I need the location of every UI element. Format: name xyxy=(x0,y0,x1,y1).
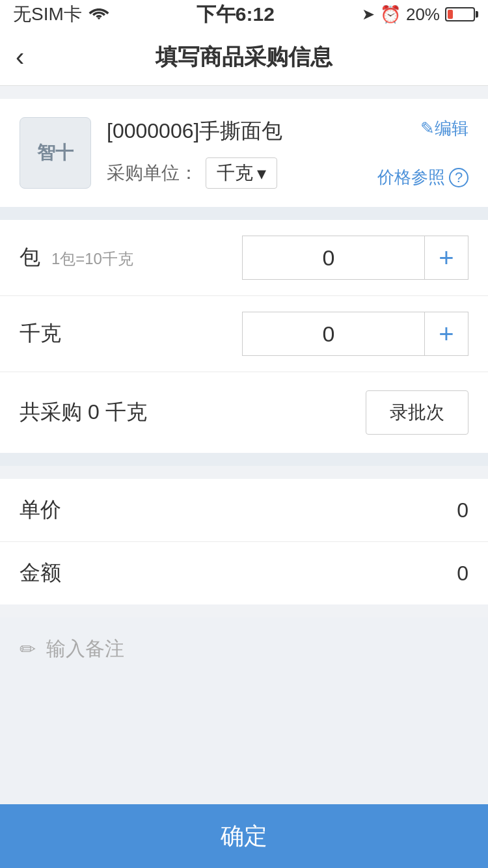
edit-button[interactable]: ✎编辑 xyxy=(420,117,468,140)
section-divider-2 xyxy=(0,453,488,466)
amount-label: 金额 xyxy=(20,559,61,588)
unit-price-row: 单价 0 xyxy=(0,479,488,542)
battery-percent: 20% xyxy=(406,5,440,25)
batch-button[interactable]: 录批次 xyxy=(366,390,468,435)
content-spacer xyxy=(0,681,488,811)
total-label: 共采购 0 千克 xyxy=(20,398,147,427)
status-right: ➤ ⏰ 20% xyxy=(362,5,475,25)
carrier-label: 无SIM卡 xyxy=(13,2,82,27)
kg-input[interactable] xyxy=(242,312,424,356)
kg-input-right: + xyxy=(242,312,468,356)
remark-placeholder: 输入备注 xyxy=(46,636,124,662)
price-ref-button[interactable]: 价格参照 ? xyxy=(377,166,468,189)
unit-prefix-label: 采购单位： xyxy=(107,161,198,185)
amount-value: 0 xyxy=(457,562,468,586)
bao-input-right: + xyxy=(242,236,468,280)
unit-select[interactable]: 千克 ▾ xyxy=(206,157,277,189)
product-name: [0000006]手撕面包 xyxy=(107,117,468,146)
confirm-button[interactable]: 确定 xyxy=(221,821,267,852)
product-thumbnail: 智十 xyxy=(20,117,91,189)
kg-input-row: 千克 + xyxy=(0,296,488,372)
section-divider-1 xyxy=(0,207,488,220)
kg-plus-button[interactable]: + xyxy=(424,312,468,356)
status-bar: 无SIM卡 下午6:12 ➤ ⏰ 20% xyxy=(0,0,488,29)
nav-bar: ‹ 填写商品采购信息 xyxy=(0,29,488,86)
alarm-icon: ⏰ xyxy=(380,5,401,25)
price-ref-label: 价格参照 xyxy=(377,166,445,189)
battery-icon xyxy=(445,7,475,21)
unit-price-value: 0 xyxy=(457,498,468,522)
bao-label: 包 1包=10千克 xyxy=(20,243,133,272)
bao-plus-button[interactable]: + xyxy=(424,236,468,280)
info-section: 单价 0 金额 0 xyxy=(0,479,488,604)
input-section: 包 1包=10千克 + 千克 + xyxy=(0,220,488,372)
back-button[interactable]: ‹ xyxy=(16,42,24,72)
confirm-bar[interactable]: 确定 xyxy=(0,804,488,868)
unit-value: 千克 xyxy=(217,161,253,185)
bao-input-row: 包 1包=10千克 + xyxy=(0,220,488,296)
amount-row: 金额 0 xyxy=(0,542,488,604)
price-ref-help-icon: ? xyxy=(449,168,468,187)
kg-label: 千克 xyxy=(20,319,61,348)
total-amount: 0 xyxy=(88,400,100,424)
status-time: 下午6:12 xyxy=(197,1,275,28)
bao-sub-label: 1包=10千克 xyxy=(51,250,133,267)
total-unit: 千克 xyxy=(105,400,147,424)
wifi-icon xyxy=(88,4,109,25)
pencil-icon: ✏ xyxy=(20,638,36,660)
location-icon: ➤ xyxy=(362,5,375,23)
remark-section[interactable]: ✏ 输入备注 xyxy=(0,617,488,681)
bao-input[interactable] xyxy=(242,236,424,280)
unit-price-label: 单价 xyxy=(20,496,61,524)
svg-point-0 xyxy=(98,17,100,20)
status-left: 无SIM卡 xyxy=(13,2,109,27)
total-row: 共采购 0 千克 录批次 xyxy=(0,372,488,453)
page-title: 填写商品采购信息 xyxy=(156,42,332,72)
product-card: 智十 [0000006]手撕面包 采购单位： 千克 ▾ ✎编辑 价格参照 ? xyxy=(0,99,488,207)
unit-dropdown-arrow: ▾ xyxy=(257,163,266,184)
